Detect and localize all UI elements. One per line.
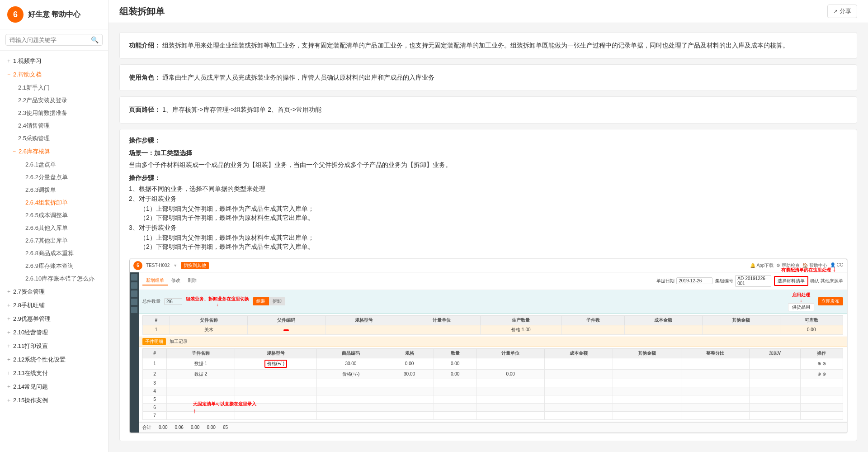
date-input[interactable]: 2019-12-26 xyxy=(676,277,712,284)
sidebar-item-label: 2.12系统个性化设置 xyxy=(13,356,66,364)
sidebar-item-print[interactable]: + 2.11打印设置 xyxy=(0,339,108,353)
sidebar-item-stock-cost-reset[interactable]: 2.6.8商品成本重算 xyxy=(0,247,108,260)
sidebar-item-stock[interactable]: − 2.6库存核算 xyxy=(0,145,108,158)
function-intro-card: 功能介绍： 组装拆卸单用来处理企业组装或拆卸等加工业务，支持有固定装配清单的产品… xyxy=(119,32,857,59)
path-text: 1、库存核算->库存管理->组装拆卸单 2、首页->常用功能 xyxy=(162,106,321,113)
role-card: 使用角色： 通常由生产人员或库管人员完成拆装业务的操作，库管人员确认原材料的出库… xyxy=(119,64,857,91)
parent-code-highlight[interactable] xyxy=(283,329,289,331)
sidebar-item-label: 2.14常见问题 xyxy=(13,383,48,391)
fake-main-content: 新增组单 修改 删除 单据日期 2019-12-26 xyxy=(139,272,847,433)
sidebar-item-stock-partial[interactable]: 2.6.2分量盘点单 xyxy=(0,171,108,184)
op-steps-card: 操作步骤： 场景一：加工类型选择 当由多个子件材料组装成一个成品的业务为【组装】… xyxy=(119,129,857,441)
app-dropdown-icon: ▼ xyxy=(173,263,177,268)
expand-icon: + xyxy=(7,397,10,404)
step-2-1: （1）上部明细为父件明细，最终作为产成品生成其它入库单； xyxy=(140,205,848,213)
function-intro-text: 组装拆卸单用来处理企业组装或拆卸等加工业务，支持有固定装配清单的产品加工业务，也… xyxy=(162,42,789,49)
annotation-3: 启用处理 xyxy=(792,292,810,298)
sidebar-item-video[interactable]: + 1.视频学习 xyxy=(0,54,108,68)
order-input[interactable]: AD-20191226-001 xyxy=(735,275,771,287)
role-text: 通常由生产人员或库管人员完成拆装业务的操作，库管人员确认原材料的出库和产成品的入… xyxy=(162,74,434,81)
annotation-1: 有装配清单的在这里处理 ↓ xyxy=(781,265,836,273)
sidebar-item-stock-adjust[interactable]: 2.6.3调拨单 xyxy=(0,184,108,196)
sidebar-item-docs[interactable]: − 2.帮助文档 xyxy=(0,68,108,81)
role-label: 使用角色： xyxy=(129,74,160,81)
fake-app-body: 新增组单 修改 删除 单据日期 2019-12-26 xyxy=(130,272,847,433)
expand-icon: + xyxy=(7,343,10,349)
sidebar-item-mobile[interactable]: + 2.8手机旺铺 xyxy=(0,299,108,312)
choose-bill-btn[interactable]: 选择材料清单 xyxy=(774,276,808,286)
page-title: 组装拆卸单 xyxy=(119,5,165,18)
expand-icon: + xyxy=(7,370,10,376)
share-button[interactable]: ↗ 分享 xyxy=(827,5,857,18)
sidebar-item-stock-point[interactable]: 2.6.1盘点单 xyxy=(0,158,108,171)
expand-icon: + xyxy=(7,289,10,295)
sidebar-item-label: 2.7资金管理 xyxy=(13,288,45,296)
confirm-btn[interactable]: 立即发布 xyxy=(818,297,843,305)
step3-sub: （1）上部明细为父件明细，最终作为原材料生成其它出库单； （2）下部明细为子件明… xyxy=(129,234,848,251)
fake-action-bar: 总件数量 2/6 组装业务、拆卸业务在这里切换 ↓ 组装 xyxy=(139,290,847,314)
sidebar-item-label: 2.15操作案例 xyxy=(13,396,48,404)
expand-icon: + xyxy=(7,384,10,390)
sidebar-item-install[interactable]: 2.2产品安装及登录 xyxy=(0,94,108,107)
sidebar-item-label: 2.帮助文档 xyxy=(13,71,42,79)
step-1: 1、根据不同的业务，选择不同单据的类型来处理 xyxy=(129,185,848,193)
toggle-assemble[interactable]: 组装 xyxy=(253,297,269,305)
sidebar-item-prepare[interactable]: 2.3使用前数据准备 xyxy=(0,107,108,119)
expand-icon: + xyxy=(7,357,10,363)
sidebar-item-purchase[interactable]: 2.5采购管理 xyxy=(0,132,108,145)
sidebar: 6 好生意 帮助中心 🔍 + 1.视频学习 − 2.帮助文档 2.1新手入门 2… xyxy=(0,0,108,452)
sidebar-item-stock-query[interactable]: 2.6.9库存账本查询 xyxy=(0,260,108,272)
enable-input[interactable]: 供货品用 xyxy=(788,303,814,311)
logo-area: 6 好生意 帮助中心 xyxy=(0,0,108,29)
left-icon-4 xyxy=(131,299,137,305)
step-2: 2、对于组装业务 xyxy=(129,195,848,203)
path-card: 页面路径： 1、库存核算->库存管理->组装拆卸单 2、首页->常用功能 xyxy=(119,96,857,123)
sub-section-label: 子件明细 xyxy=(142,338,166,345)
sidebar-item-sales[interactable]: 2.4销售管理 xyxy=(0,119,108,132)
footer-label: 合计 xyxy=(142,424,151,431)
sidebar-item-custom[interactable]: + 2.12系统个性化设置 xyxy=(0,353,108,366)
app-orange-tag: 切换到其他 xyxy=(181,262,209,269)
footer-totals: 合计 0.00 0.06 0.00 0.00 65 xyxy=(139,422,847,433)
sidebar-item-stock-other-out[interactable]: 2.6.7其他出库单 xyxy=(0,234,108,247)
sidebar-item-finance[interactable]: + 2.7资金管理 xyxy=(0,285,108,299)
collapse-icon: − xyxy=(7,71,10,78)
step-3-1: （1）上部明细为父件明细，最终作为原材料生成其它出库单； xyxy=(140,234,848,242)
annotation-4: 无固定清单可以直接在这里录入 ↑ xyxy=(193,401,256,414)
tab-delete[interactable]: 删除 xyxy=(184,276,200,285)
tab-new[interactable]: 新增组单 xyxy=(142,276,168,285)
search-input[interactable] xyxy=(9,37,91,43)
fake-left-icons xyxy=(130,272,139,433)
site-name: 好生意 帮助中心 xyxy=(28,10,80,19)
sidebar-item-label: 2.13在线支付 xyxy=(13,369,48,377)
sidebar-item-ops[interactable]: + 2.10经营管理 xyxy=(0,326,108,339)
sidebar-item-cases[interactable]: + 2.15操作案例 xyxy=(0,394,108,407)
type-toggle: 组装 拆卸 xyxy=(253,297,285,305)
fake-tabs: 新增组单 修改 删除 xyxy=(142,276,200,285)
collapse-icon-stock: − xyxy=(13,148,16,155)
sidebar-item-faq[interactable]: + 2.14常见问题 xyxy=(0,380,108,394)
share-label: 分享 xyxy=(840,7,851,15)
sidebar-item-stock-assemble[interactable]: 2.6.4组装拆卸单 xyxy=(0,196,108,209)
sidebar-item-label: 2.11打印设置 xyxy=(13,342,48,350)
sidebar-item-stock-other-in[interactable]: 2.6.6其他入库单 xyxy=(0,222,108,234)
step-list: 1、根据不同的业务，选择不同单据的类型来处理 2、对于组装业务 （1）上部明细为… xyxy=(129,185,848,251)
sub-code-highlight[interactable]: 价格(+/-) xyxy=(264,360,288,368)
footer-val-5: 65 xyxy=(223,425,228,430)
sidebar-item-stock-cost[interactable]: 2.6.5成本调整单 xyxy=(0,209,108,222)
expand-icon: + xyxy=(7,316,10,322)
sidebar-item-new[interactable]: 2.1新手入门 xyxy=(0,81,108,94)
tab-edit[interactable]: 修改 xyxy=(168,276,184,285)
sidebar-item-stock-error[interactable]: 2.6.10库存账本错了怎么办 xyxy=(0,272,108,285)
search-box[interactable]: 🔍 xyxy=(5,34,103,46)
sidebar-item-label: 2.9优惠券管理 xyxy=(13,315,51,323)
footer-val-2: 0.06 xyxy=(175,425,183,430)
nav-tree: + 1.视频学习 − 2.帮助文档 2.1新手入门 2.2产品安装及登录 2.3… xyxy=(0,51,108,452)
scene1-title: 场景一：加工类型选择 xyxy=(129,149,848,157)
share-icon: ↗ xyxy=(833,8,838,14)
sidebar-item-payment[interactable]: + 2.13在线支付 xyxy=(0,366,108,380)
fake-app-topbar: 6 TEST-H002 ▼ 切换到其他 🔔 App下载 ⚙ 帮助检查 🏠 帮助中… xyxy=(130,259,847,272)
sidebar-item-coupon[interactable]: + 2.9优惠券管理 xyxy=(0,312,108,326)
toggle-disassemble[interactable]: 拆卸 xyxy=(269,297,285,305)
footer-val-3: 0.00 xyxy=(191,425,199,430)
